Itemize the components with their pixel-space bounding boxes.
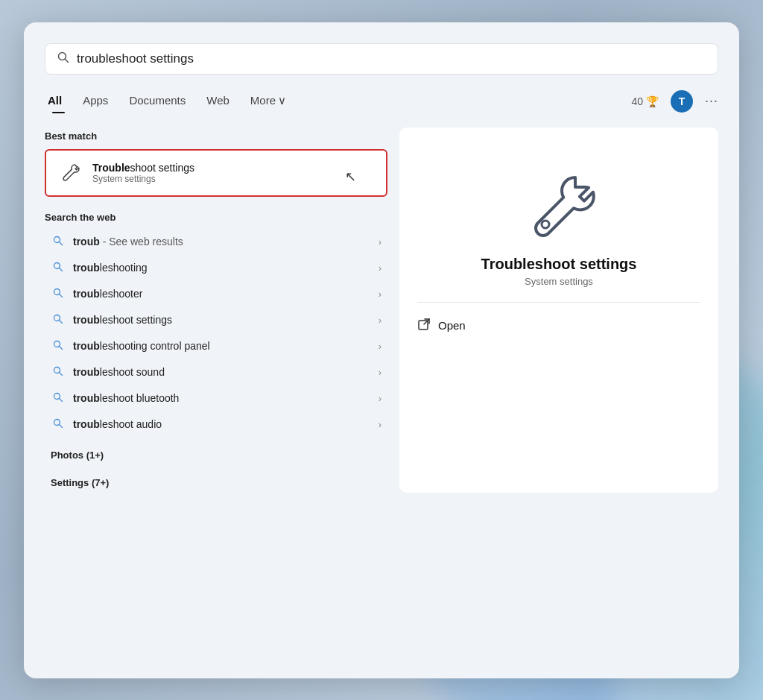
web-search-item-4[interactable]: troubleshooting control panel › — [45, 333, 387, 359]
chevron-right-icon-7: › — [379, 419, 382, 430]
avatar[interactable]: T — [671, 90, 693, 113]
external-link-icon — [417, 318, 431, 334]
best-match-item-title: Troubleshoot settings — [92, 162, 194, 174]
svg-point-8 — [54, 315, 60, 321]
search-icon-7 — [51, 418, 66, 431]
cursor-icon: ↖ — [345, 168, 356, 185]
tab-documents[interactable]: Documents — [118, 89, 196, 113]
svg-point-12 — [54, 367, 60, 373]
svg-line-13 — [60, 372, 63, 375]
tab-web[interactable]: Web — [196, 89, 240, 113]
web-search-item-7[interactable]: troubleshoot audio › — [45, 412, 387, 438]
header-right: 40 🏆 T ··· — [632, 90, 718, 113]
svg-point-14 — [54, 393, 60, 399]
svg-point-2 — [54, 236, 60, 242]
search-window: All Apps Documents Web More ∨ 40 🏆 T ···… — [24, 22, 739, 678]
chevron-right-icon-3: › — [379, 315, 382, 326]
search-icon-3 — [51, 314, 66, 327]
search-icon — [57, 51, 69, 66]
chevron-right-icon-5: › — [379, 367, 382, 378]
search-icon-2 — [51, 288, 66, 300]
more-options-icon[interactable]: ··· — [705, 93, 718, 109]
wrench-icon — [57, 160, 83, 186]
search-input[interactable] — [77, 51, 706, 66]
right-panel-divider — [417, 302, 700, 303]
web-item-text-5: troubleshoot sound — [73, 366, 371, 378]
main-content: Best match Troubleshoot settings System … — [45, 127, 718, 493]
search-icon-4 — [51, 340, 66, 353]
chevron-right-icon-4: › — [379, 341, 382, 352]
svg-line-1 — [66, 59, 69, 62]
chevron-right-icon-6: › — [379, 393, 382, 404]
open-label: Open — [438, 319, 466, 332]
svg-line-11 — [60, 346, 63, 349]
chevron-down-icon: ∨ — [278, 94, 286, 107]
tab-apps[interactable]: Apps — [72, 89, 118, 113]
tab-all[interactable]: All — [45, 89, 72, 113]
left-panel: Best match Troubleshoot settings System … — [45, 127, 387, 493]
chevron-right-icon-1: › — [379, 262, 382, 274]
web-search-item-6[interactable]: troubleshoot bluetooth › — [45, 385, 387, 412]
chevron-right-icon-2: › — [379, 288, 382, 300]
svg-point-16 — [54, 419, 60, 425]
search-icon-1 — [51, 262, 66, 274]
svg-line-7 — [60, 294, 63, 297]
svg-line-15 — [60, 398, 63, 401]
svg-line-9 — [60, 320, 63, 323]
settings-section-title[interactable]: Settings (7+) — [45, 473, 387, 493]
search-the-web-title: Search the web — [45, 212, 387, 223]
svg-point-18 — [542, 221, 549, 228]
web-item-text-4: troubleshooting control panel — [73, 340, 371, 352]
svg-point-6 — [54, 288, 60, 294]
web-search-item-1[interactable]: troubleshooting › — [45, 255, 387, 281]
best-match-item[interactable]: Troubleshoot settings System settings ↖ — [45, 149, 387, 197]
web-item-text-6: troubleshoot bluetooth — [73, 392, 371, 404]
search-icon-6 — [51, 392, 66, 405]
tabs-row: All Apps Documents Web More ∨ 40 🏆 T ··· — [45, 89, 718, 114]
svg-line-3 — [60, 242, 63, 245]
right-panel-subtitle: System settings — [525, 276, 593, 287]
web-item-text-1: troubleshooting — [73, 262, 371, 274]
svg-line-17 — [60, 424, 63, 427]
best-match-title: Best match — [45, 130, 387, 142]
web-search-item-2[interactable]: troubleshooter › — [45, 281, 387, 307]
right-panel-icon-area — [522, 166, 596, 241]
search-bar[interactable] — [45, 43, 718, 75]
wrench-large-icon — [522, 166, 596, 241]
best-match-item-subtitle: System settings — [92, 174, 194, 184]
right-panel-title: Troubleshoot settings — [481, 256, 637, 273]
tab-more[interactable]: More ∨ — [240, 89, 297, 113]
web-search-item-5[interactable]: troubleshoot sound › — [45, 359, 387, 385]
score-badge: 40 🏆 — [632, 95, 659, 107]
web-item-text-7: troubleshoot audio — [73, 418, 371, 430]
search-icon-5 — [51, 366, 66, 379]
web-search-item-0[interactable]: troub - See web results › — [45, 229, 387, 255]
photos-section-title[interactable]: Photos (1+) — [45, 445, 387, 465]
best-match-text: Troubleshoot settings System settings — [92, 162, 194, 184]
svg-point-4 — [54, 262, 60, 268]
web-search-item-3[interactable]: troubleshoot settings › — [45, 307, 387, 333]
web-item-text-2: troubleshooter — [73, 288, 371, 300]
search-icon-0 — [51, 236, 66, 248]
svg-point-10 — [54, 341, 60, 347]
web-item-text-0: troub - See web results — [73, 236, 371, 247]
open-button[interactable]: Open — [417, 315, 466, 337]
right-panel: Troubleshoot settings System settings Op… — [399, 127, 718, 493]
web-item-text-3: troubleshoot settings — [73, 314, 371, 326]
svg-line-5 — [60, 268, 63, 271]
chevron-right-icon-0: › — [379, 236, 382, 247]
